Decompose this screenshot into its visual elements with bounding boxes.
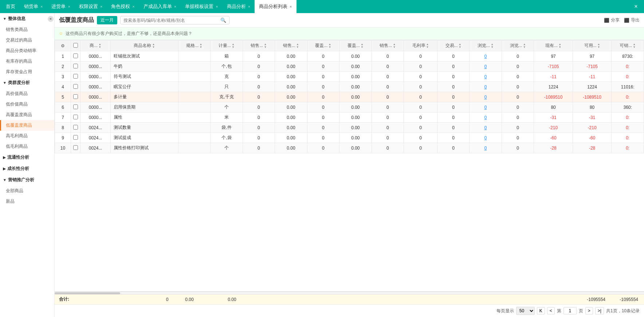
nav-goods-analysis-close[interactable]: × xyxy=(248,4,250,9)
sidebar-item-high-margin[interactable]: 高毛利商品 xyxy=(0,131,54,141)
sidebar-item-new-goods[interactable]: 新品 xyxy=(0,196,54,207)
sidebar-section-marketing[interactable]: ▼ 营销推广分析 xyxy=(0,174,54,186)
row-checkbox[interactable] xyxy=(73,115,78,119)
row-checkbox[interactable] xyxy=(73,54,78,58)
nav-purchase-close[interactable]: × xyxy=(68,4,70,9)
last-page-button[interactable]: >| xyxy=(595,307,604,314)
th-settings[interactable]: ⚙ xyxy=(55,40,71,51)
sidebar-item-stocked-goods[interactable]: 有库存的商品 xyxy=(0,56,54,67)
row-checkbox[interactable] xyxy=(73,64,78,68)
th-sales3[interactable]: 销售...▲▼ xyxy=(372,40,404,51)
table-wrapper[interactable]: ⚙ 商...▲▼ 商品名称▲▼ 规格...▲▼ 计量...▲▼ 销售...▲▼ … xyxy=(55,40,644,291)
sidebar-item-all-goods[interactable]: 全部商品 xyxy=(0,186,54,196)
period-button[interactable]: 近一月 xyxy=(97,16,117,24)
row-name: 牛奶 xyxy=(111,62,178,72)
row-checkbox-cell[interactable] xyxy=(71,51,80,62)
nav-template[interactable]: 单据模板设置 × xyxy=(181,0,222,13)
sidebar-item-low-margin[interactable]: 低毛利商品 xyxy=(0,141,54,152)
th-code[interactable]: 商...▲▼ xyxy=(80,40,111,51)
row-checkbox-cell[interactable] xyxy=(71,82,80,92)
nav-permissions[interactable]: 权限设置 × xyxy=(75,0,107,13)
row-checkbox[interactable] xyxy=(73,145,78,150)
sidebar-item-stock-capital[interactable]: 库存资金占用 xyxy=(0,67,54,77)
row-browse1[interactable]: 0 xyxy=(470,62,502,72)
th-name[interactable]: 商品名称▲▼ xyxy=(111,40,178,51)
per-page-select[interactable]: 50 20 100 200 xyxy=(516,307,535,315)
row-browse1[interactable]: 0 xyxy=(470,82,502,92)
sidebar-section-group[interactable]: ▼ 类群度分析 xyxy=(0,77,54,88)
th-current[interactable]: 现有...▲▼ xyxy=(534,40,573,51)
sidebar-item-high-coverage[interactable]: 高覆盖度商品 xyxy=(0,110,54,120)
row-checkbox-cell[interactable] xyxy=(71,143,80,153)
nav-purchase[interactable]: 进货单 × xyxy=(47,0,74,13)
sidebar-section-flow[interactable]: ▶ 流通性分析 xyxy=(0,152,54,163)
page-input[interactable] xyxy=(564,307,577,314)
th-unit[interactable]: 计量...▲▼ xyxy=(211,40,243,51)
row-browse1[interactable]: 0 xyxy=(470,123,502,133)
row-checkbox[interactable] xyxy=(73,125,78,130)
nav-goods-list-close[interactable]: × xyxy=(290,4,292,9)
export-button[interactable]: ⬛ 导出 xyxy=(624,17,640,23)
th-cover2[interactable]: 覆盖...▲▼ xyxy=(339,40,372,51)
th-available[interactable]: 可用...▲▼ xyxy=(573,40,612,51)
window-close-button[interactable]: × xyxy=(629,0,643,13)
select-all-checkbox[interactable] xyxy=(73,43,78,48)
nav-template-close[interactable]: × xyxy=(216,4,218,9)
th-saleable[interactable]: 可销...▲▼ xyxy=(612,40,644,51)
nav-goods-list[interactable]: 商品分析列表 × xyxy=(255,0,296,13)
row-checkbox[interactable] xyxy=(73,135,78,140)
row-checkbox-cell[interactable] xyxy=(71,92,80,102)
row-browse1[interactable]: 0 xyxy=(470,133,502,143)
th-cover1[interactable]: 覆盖...▲▼ xyxy=(307,40,339,51)
row-browse1[interactable]: 0 xyxy=(470,51,502,62)
nav-product-entry[interactable]: 产成品入库单 × xyxy=(139,0,181,13)
row-checkbox[interactable] xyxy=(73,74,78,79)
th-sales-amt[interactable]: 销售...▲▼ xyxy=(275,40,307,51)
sidebar-item-sales-goods[interactable]: 销售类商品 xyxy=(0,24,54,35)
row-checkbox-cell[interactable] xyxy=(71,102,80,112)
th-browse2[interactable]: 浏览...▲▼ xyxy=(502,40,534,51)
row-checkbox-cell[interactable] xyxy=(71,112,80,123)
share-button[interactable]: ⬛ 分享 xyxy=(604,17,620,23)
sidebar-item-low-value[interactable]: 低价值商品 xyxy=(0,99,54,110)
row-browse1[interactable]: 0 xyxy=(470,92,502,102)
row-browse1[interactable]: 0 xyxy=(470,112,502,123)
sidebar-item-category-rate[interactable]: 商品分类动销率 xyxy=(0,45,54,56)
th-trade[interactable]: 交易...▲▼ xyxy=(437,40,469,51)
th-spec[interactable]: 规格...▲▼ xyxy=(178,40,210,51)
nav-role-close[interactable]: × xyxy=(132,4,134,9)
sidebar-section-growth[interactable]: ▶ 成长性分析 xyxy=(0,163,54,174)
row-checkbox-cell[interactable] xyxy=(71,133,80,143)
next-page-button[interactable]: > xyxy=(585,307,593,314)
row-checkbox[interactable] xyxy=(73,84,78,89)
sidebar-item-traded-goods[interactable]: 交易过的商品 xyxy=(0,35,54,45)
row-checkbox-cell[interactable] xyxy=(71,72,80,82)
row-browse1[interactable]: 0 xyxy=(470,72,502,82)
row-browse1[interactable]: 0 xyxy=(470,143,502,153)
row-checkbox-cell[interactable] xyxy=(71,123,80,133)
first-page-button[interactable]: K xyxy=(537,307,545,314)
nav-product-close[interactable]: × xyxy=(174,4,176,9)
sidebar-item-low-coverage[interactable]: 低覆盖度商品 xyxy=(0,120,54,131)
row-checkbox[interactable] xyxy=(73,104,78,109)
row-checkbox-cell[interactable] xyxy=(71,62,80,72)
search-icon[interactable]: 🔍 xyxy=(220,17,226,23)
nav-permissions-close[interactable]: × xyxy=(100,4,102,9)
row-browse1[interactable]: 0 xyxy=(470,102,502,112)
th-sales-qty[interactable]: 销售...▲▼ xyxy=(243,40,275,51)
sidebar-section-overall[interactable]: ▼ 整体信息 xyxy=(0,13,28,24)
nav-home[interactable]: 首页 xyxy=(1,0,20,13)
nav-role-auth[interactable]: 角色授权 × xyxy=(107,0,139,13)
th-margin[interactable]: 毛利率▲▼ xyxy=(404,40,437,51)
sidebar-collapse-button[interactable]: « xyxy=(48,16,54,22)
nav-sales[interactable]: 销货单 × xyxy=(20,0,47,13)
prev-page-button[interactable]: < xyxy=(547,307,555,314)
th-checkbox[interactable] xyxy=(71,40,80,51)
th-browse1[interactable]: 浏览...▲▼ xyxy=(470,40,502,51)
row-checkbox[interactable] xyxy=(73,94,78,99)
row-margin: 0 xyxy=(404,133,437,143)
nav-goods-analysis[interactable]: 商品分析 × xyxy=(223,0,255,13)
nav-sales-close[interactable]: × xyxy=(40,4,43,9)
search-input[interactable] xyxy=(123,18,220,23)
sidebar-item-high-value[interactable]: 高价值商品 xyxy=(0,88,54,99)
